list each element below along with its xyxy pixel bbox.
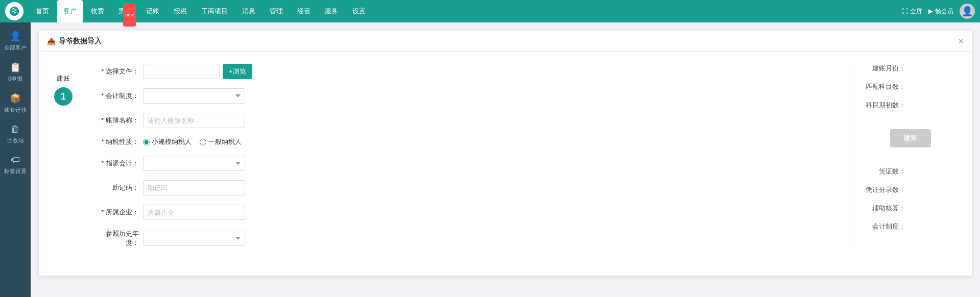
- radio-small-taxpayer[interactable]: 小规模纳税人: [143, 137, 192, 146]
- accounting-system-select[interactable]: [143, 88, 245, 104]
- nav-right: ⛶ 全屏 ▶ 畅会员 👤: [902, 4, 975, 19]
- migration-icon: 📦: [10, 93, 21, 104]
- subject-initial-label: 科目期初数：: [859, 101, 905, 110]
- layout: 👤 全部客户 📋 0申报 📦 账套迁移 🗑 回收站 🏷 标签设置 📤 导爷数据导…: [0, 22, 980, 297]
- fullscreen-icon: ⛶: [902, 8, 908, 15]
- build-month-label: 建账月份：: [859, 64, 905, 73]
- nav-bookkeeping[interactable]: 记账: [140, 0, 165, 22]
- radio-small-label: 小规模纳税人: [152, 137, 192, 146]
- affiliated-company-input[interactable]: [143, 205, 245, 220]
- step-section: 建账 1: [39, 64, 88, 247]
- step-label: 建账: [57, 74, 70, 83]
- ticket-badge: new: [123, 3, 136, 27]
- sidebar-item-label: 账套迁移: [4, 106, 27, 114]
- tax-type-label: * 纳税性质：: [98, 137, 139, 146]
- fullscreen-label: 全屏: [910, 7, 922, 16]
- nav-settings[interactable]: 设置: [346, 0, 372, 22]
- fullscreen-button[interactable]: ⛶ 全屏: [902, 7, 922, 16]
- dialog-title: 📤 导爷数据导入: [47, 37, 102, 46]
- build-btn-area: 建账: [859, 119, 962, 158]
- tax-type-row: * 纳税性质： 小规模纳税人 一般纳税人: [98, 137, 839, 146]
- memo-code-label: 助记码：: [98, 183, 139, 192]
- auxiliary-row: 辅助核算：: [859, 204, 962, 213]
- reference-year-select[interactable]: [143, 231, 245, 246]
- info-area: 建账月份： 匹配科目数： 科目期初数： 建账: [849, 64, 972, 247]
- nav-home[interactable]: 首页: [30, 0, 55, 22]
- subject-initial-row: 科目期初数：: [859, 101, 962, 110]
- sidebar-item-zero-report[interactable]: 📋 0申报: [0, 58, 31, 87]
- dialog-title-text: 导爷数据导入: [59, 37, 102, 46]
- affiliated-company-label: * 所属企业：: [98, 208, 139, 217]
- build-account-button[interactable]: 建账: [890, 129, 931, 147]
- ledger-name-label: * 账簿名称：: [98, 116, 139, 125]
- dialog-close-button[interactable]: ×: [958, 37, 964, 46]
- nav-fee[interactable]: 收费: [85, 0, 110, 22]
- main-content: 📤 导爷数据导入 × 建账 1 * 选择文件：: [31, 22, 980, 297]
- file-input-row: * 选择文件： +浏览: [98, 64, 839, 79]
- nav-tax[interactable]: 报税: [168, 0, 193, 22]
- vip-button[interactable]: ▶ 畅会员: [928, 7, 953, 16]
- file-input-field[interactable]: [143, 64, 220, 79]
- nav-message[interactable]: 消息: [236, 0, 261, 22]
- nav-service[interactable]: 服务: [319, 0, 344, 22]
- dialog-body: 建账 1 * 选择文件： +浏览 * 会计制度：: [39, 52, 972, 260]
- sidebar-item-account-migration[interactable]: 📦 账套迁移: [0, 89, 31, 118]
- ledger-name-input[interactable]: [143, 113, 245, 128]
- step-circle: 1: [54, 87, 73, 106]
- sidebar-item-label: 标签设置: [4, 167, 27, 175]
- recycle-icon: 🗑: [11, 124, 20, 135]
- dialog-card: 📤 导爷数据导入 × 建账 1 * 选择文件：: [39, 31, 972, 276]
- accounting-system-row: * 会计制度：: [98, 88, 839, 104]
- assign-accountant-select[interactable]: [143, 156, 245, 171]
- voucher-count-label: 凭证数：: [859, 167, 905, 176]
- sidebar-item-label: 回收站: [7, 137, 24, 144]
- info-accounting-system-label: 会计制度：: [859, 222, 905, 231]
- zero-report-icon: 📋: [10, 62, 21, 73]
- nav-ticket[interactable]: 票据 new: [112, 0, 138, 22]
- sidebar: 👤 全部客户 📋 0申报 📦 账套迁移 🗑 回收站 🏷 标签设置: [0, 22, 31, 297]
- file-label: * 选择文件：: [98, 67, 139, 76]
- sidebar-item-label: 0申报: [8, 75, 22, 83]
- info-accounting-system-row: 会计制度：: [859, 222, 962, 231]
- nav-manage[interactable]: 管理: [264, 0, 289, 22]
- form-area: * 选择文件： +浏览 * 会计制度：: [88, 64, 849, 247]
- avatar-icon: 👤: [962, 6, 973, 17]
- nav-operation[interactable]: 经营: [291, 0, 317, 22]
- reference-year-row: 参照历史年度：: [98, 229, 839, 247]
- memo-code-input[interactable]: [143, 180, 245, 195]
- top-nav: 首页 客户 收费 票据 new 记账 报税 工商项目 消息 管理 经营 服务 设…: [0, 0, 980, 22]
- assign-accountant-row: * 指派会计：: [98, 156, 839, 171]
- match-subjects-label: 匹配科目数：: [859, 82, 905, 91]
- vip-icon: ▶: [928, 8, 933, 15]
- tax-type-radio-group: 小规模纳税人 一般纳税人: [143, 137, 242, 146]
- memo-code-row: 助记码：: [98, 180, 839, 195]
- radio-general-taxpayer[interactable]: 一般纳税人: [200, 137, 242, 146]
- sidebar-item-recycle[interactable]: 🗑 回收站: [0, 120, 31, 148]
- radio-general-input[interactable]: [200, 139, 206, 145]
- dialog-header: 📤 导爷数据导入 ×: [39, 31, 972, 52]
- affiliated-company-row: * 所属企业：: [98, 205, 839, 220]
- voucher-count-row: 凭证数：: [859, 167, 962, 176]
- ledger-name-row: * 账簿名称：: [98, 113, 839, 128]
- svg-point-0: [10, 7, 19, 16]
- app-logo[interactable]: [5, 2, 23, 20]
- dialog-title-icon: 📤: [47, 37, 56, 45]
- auxiliary-label: 辅助核算：: [859, 204, 905, 213]
- build-month-row: 建账月份：: [859, 64, 962, 73]
- voucher-entries-row: 凭证分录数：: [859, 185, 962, 194]
- user-avatar[interactable]: 👤: [960, 4, 975, 19]
- accounting-system-label: * 会计制度：: [98, 91, 139, 101]
- sidebar-item-all-clients[interactable]: 👤 全部客户: [0, 27, 31, 56]
- sidebar-item-label: 全部客户: [4, 44, 27, 52]
- nav-client[interactable]: 客户: [57, 0, 83, 22]
- match-subjects-row: 匹配科目数：: [859, 82, 962, 91]
- sidebar-item-label-settings[interactable]: 🏷 标签设置: [0, 151, 31, 179]
- nav-business[interactable]: 工商项目: [195, 0, 234, 22]
- label-settings-icon: 🏷: [11, 155, 20, 165]
- browse-button[interactable]: +浏览: [223, 64, 252, 79]
- radio-small-input[interactable]: [143, 139, 150, 145]
- all-clients-icon: 👤: [10, 31, 21, 42]
- assign-accountant-label: * 指派会计：: [98, 159, 139, 168]
- radio-general-label: 一般纳税人: [208, 137, 242, 146]
- file-input-wrapper: +浏览: [143, 64, 252, 79]
